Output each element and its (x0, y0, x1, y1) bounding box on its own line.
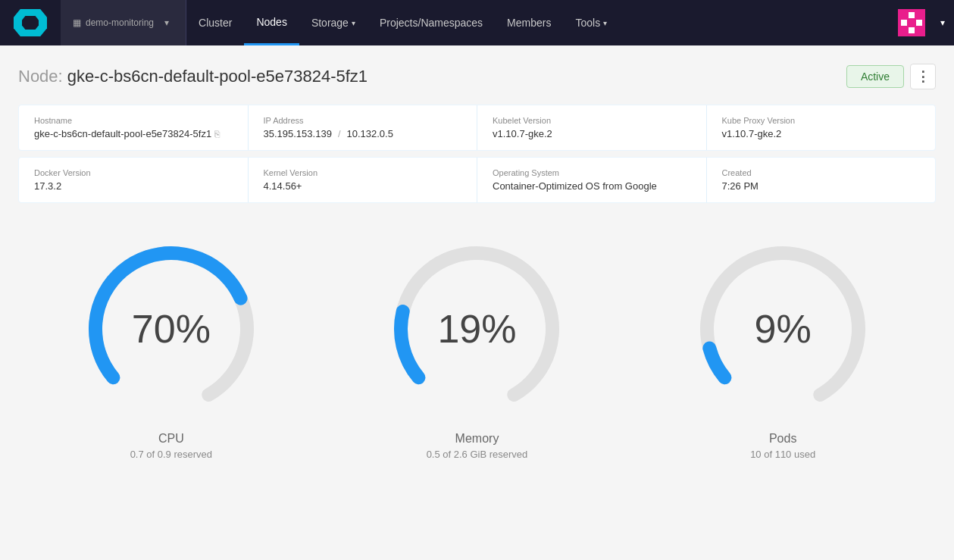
gauges-section: 70% CPU 0.7 of 0.9 reserved 19% Memory 0… (18, 215, 936, 475)
hostname-value: gke-c-bs6cn-default-pool-e5e73824-5fz1 ⎘ (34, 128, 233, 139)
node-name: gke-c-bs6cn-default-pool-e5e73824-5fz1 (67, 67, 368, 86)
tools-chevron-icon: ▾ (603, 19, 607, 27)
nav-item-cluster[interactable]: Cluster (186, 0, 244, 45)
ip-separator: / (338, 128, 341, 139)
page-content: Node: gke-c-bs6cn-default-pool-e5e73824-… (0, 45, 954, 475)
nav-items: Cluster Nodes Storage ▾ Projects/Namespa… (186, 0, 898, 45)
docker-value: 17.3.2 (34, 180, 233, 192)
status-badge: Active (846, 65, 904, 88)
kernel-label: Kernel Version (264, 168, 462, 177)
workspace-chevron-icon: ▾ (164, 17, 169, 28)
gauge-memory: 19% Memory 0.5 of 2.6 GiB reserved (363, 230, 590, 460)
gauge-percent-cpu: 70% (132, 309, 211, 349)
gauge-wrapper-memory: 19% (378, 230, 575, 427)
gauge-center-pods: 9% (755, 309, 812, 349)
gauge-wrapper-cpu: 70% (73, 230, 270, 427)
gauge-wrapper-pods: 9% (684, 230, 881, 427)
gauge-pods: 9% Pods 10 of 110 used (669, 230, 896, 460)
navbar: ▦ demo-monitoring ▾ Cluster Nodes Storag… (0, 0, 954, 45)
workspace-selector[interactable]: ▦ demo-monitoring ▾ (61, 0, 186, 45)
kubeproxy-value: v1.10.7-gke.2 (722, 128, 921, 139)
nav-item-storage[interactable]: Storage ▾ (299, 0, 368, 45)
os-label: Operating System (493, 168, 691, 177)
kubeproxy-field: Kube Proxy Version v1.10.7-gke.2 (707, 105, 936, 150)
ip-field: IP Address 35.195.153.139 / 10.132.0.5 (249, 105, 478, 150)
info-card-row1: Hostname gke-c-bs6cn-default-pool-e5e738… (18, 105, 936, 151)
more-button[interactable]: ⋮ (910, 64, 936, 89)
kubeproxy-label: Kube Proxy Version (722, 116, 921, 125)
hostname-label: Hostname (34, 116, 233, 125)
kernel-field: Kernel Version 4.14.56+ (249, 158, 478, 202)
nav-item-members[interactable]: Members (495, 0, 563, 45)
user-menu-chevron[interactable]: ▾ (931, 17, 954, 28)
gauge-percent-pods: 9% (755, 309, 812, 349)
nav-item-tools[interactable]: Tools ▾ (563, 0, 619, 45)
page-title-prefix: Node: (18, 67, 67, 86)
gauge-percent-memory: 19% (437, 309, 516, 349)
nav-right: ▾ (898, 0, 954, 45)
kernel-value: 4.14.56+ (264, 180, 462, 192)
nav-item-projects[interactable]: Projects/Namespaces (368, 0, 495, 45)
workspace-icon: ▦ (73, 17, 81, 28)
gauge-center-memory: 19% (437, 309, 516, 349)
kubelet-field: Kubelet Version v1.10.7-gke.2 (477, 105, 707, 150)
os-value: Container-Optimized OS from Google (493, 180, 691, 192)
copy-icon[interactable]: ⎘ (214, 129, 220, 139)
page-header: Node: gke-c-bs6cn-default-pool-e5e73824-… (18, 64, 936, 89)
page-title: Node: gke-c-bs6cn-default-pool-e5e73824-… (18, 67, 368, 86)
nav-item-nodes[interactable]: Nodes (244, 0, 299, 45)
gauge-cpu: 70% CPU 0.7 of 0.9 reserved (58, 230, 285, 460)
ip-label: IP Address (264, 116, 462, 125)
kubelet-value: v1.10.7-gke.2 (493, 128, 691, 139)
kubelet-label: Kubelet Version (493, 116, 691, 125)
logo[interactable] (0, 0, 61, 45)
header-actions: Active ⋮ (846, 64, 936, 89)
os-field: Operating System Container-Optimized OS … (477, 158, 707, 202)
ip-value: 35.195.153.139 / 10.132.0.5 (264, 128, 462, 139)
avatar[interactable] (898, 9, 925, 36)
workspace-label: demo-monitoring (86, 17, 154, 28)
docker-label: Docker Version (34, 168, 233, 177)
created-field: Created 7:26 PM (707, 158, 936, 202)
hostname-field: Hostname gke-c-bs6cn-default-pool-e5e738… (19, 105, 249, 150)
storage-chevron-icon: ▾ (352, 19, 355, 27)
docker-field: Docker Version 17.3.2 (19, 158, 249, 202)
created-value: 7:26 PM (722, 180, 921, 192)
gauge-center-cpu: 70% (132, 309, 211, 349)
created-label: Created (722, 168, 921, 177)
